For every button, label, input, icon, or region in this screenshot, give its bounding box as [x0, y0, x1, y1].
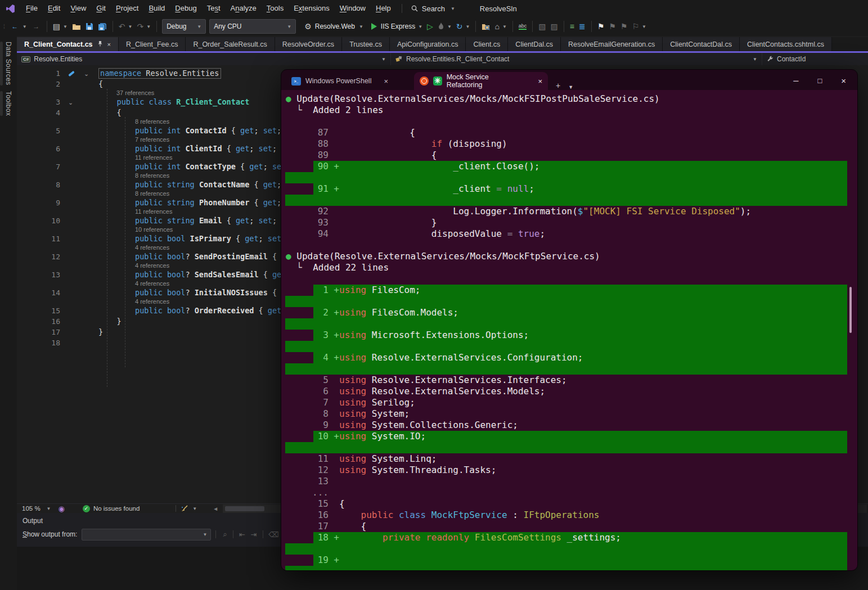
fold-chevron-icon[interactable]: ⌄	[68, 100, 73, 105]
startup-project-button[interactable]: ⚙ Resolve.Web ▼	[302, 20, 366, 33]
editor-insights-icon[interactable]: ◉	[59, 505, 65, 513]
document-health-indicator[interactable]: ✓ No issues found	[83, 505, 140, 512]
menu-tools[interactable]: Tools	[262, 0, 289, 17]
sidebar-tab-toolbox[interactable]: Toolbox	[5, 91, 12, 116]
terminal-tab-windows-powershell[interactable]: >_Windows PowerShell×	[286, 72, 414, 90]
doc-tab-clientcontacts-cshtml-cs[interactable]: ClientContacts.cshtml.cs	[740, 37, 832, 51]
clear-all-icon[interactable]: ⌫	[269, 530, 279, 539]
next-message-icon[interactable]: ⇥	[251, 530, 257, 539]
doc-tab-r_client_fee-cs[interactable]: R_Client_Fee.cs	[119, 37, 186, 51]
terminal-content[interactable]: ● Update(Resolve.ExternalServices/Mocks/…	[281, 90, 857, 570]
edit-suggestion-icon[interactable]	[68, 70, 75, 76]
indent-lines-button[interactable]: ≣	[577, 20, 588, 33]
claude-icon: ✳	[433, 76, 442, 85]
menu-file[interactable]: File	[21, 0, 43, 17]
toolbar-drag-handle[interactable]: ⁞	[3, 24, 6, 30]
terminal-row: 12 using System.Threading.Tasks;	[281, 465, 857, 476]
tab-dropdown-button[interactable]: ▼	[568, 84, 573, 90]
terminal-title-bar[interactable]: >_Windows PowerShell×✳Mock Service Refac…	[281, 70, 857, 90]
toggle-bookmark-button[interactable]: ⚑	[595, 20, 607, 33]
doc-tab-resolveorder-cs[interactable]: ResolveOrder.cs	[275, 37, 342, 51]
menu-help[interactable]: Help	[371, 0, 396, 17]
next-bookmark-button[interactable]: ⚑	[618, 20, 630, 33]
close-terminal-tab-icon[interactable]: ×	[384, 77, 388, 85]
line-number: 18	[17, 339, 60, 347]
doc-tab-apiconfiguration-cs[interactable]: ApiConfiguration.cs	[390, 37, 466, 51]
solution-explorer-button[interactable]: ⌂▼	[492, 20, 509, 33]
solution-configuration-select[interactable]: Debug▼	[162, 19, 206, 34]
start-debug-button[interactable]: IIS Express ▼	[369, 20, 425, 33]
undo-button[interactable]: ↶▼	[116, 20, 135, 33]
menu-build[interactable]: Build	[143, 0, 170, 17]
menu-analyze[interactable]: Analyze	[226, 0, 262, 17]
redo-button[interactable]: ↷▼	[135, 20, 154, 33]
breadcrumb-type-caret-icon[interactable]: ▼	[753, 57, 757, 62]
menu-extensions[interactable]: Extensions	[289, 0, 335, 17]
menu-divider	[402, 4, 402, 13]
menu-git[interactable]: Git	[91, 0, 111, 17]
terminal-row: 10+using System.IO;	[281, 431, 857, 442]
select-to-caret-button[interactable]: ▧	[536, 20, 548, 33]
sidebar-tab-data-sources[interactable]: Data Sources	[5, 42, 12, 85]
minimize-button[interactable]: ─	[793, 76, 798, 85]
spell-check-button[interactable]: abc	[516, 20, 529, 33]
breadcrumb-project-caret-icon[interactable]: ▼	[381, 57, 386, 62]
new-project-button[interactable]: ▤▼	[51, 20, 70, 33]
doc-tab-label: ClientDal.cs	[515, 40, 553, 48]
save-button[interactable]	[83, 20, 96, 33]
restart-button[interactable]: ↻▼	[454, 20, 473, 33]
new-tab-button[interactable]: +	[556, 81, 560, 90]
hot-reload-button[interactable]: ▼	[435, 20, 454, 33]
terminal-scrollbar-thumb[interactable]	[849, 287, 852, 333]
block-select-button[interactable]: ▨	[548, 20, 560, 33]
pin-tab-icon[interactable]	[97, 40, 103, 48]
menu-test[interactable]: Test	[202, 0, 226, 17]
breadcrumb-member[interactable]: ContactId	[762, 53, 868, 65]
bookmark-window-button[interactable]: ⚐▼	[629, 20, 648, 33]
doc-tab-r_client_contact-cs[interactable]: R_Client_Contact.cs×	[17, 37, 119, 51]
save-all-button[interactable]	[96, 20, 109, 33]
find-in-files-icon	[482, 23, 490, 30]
menu-debug[interactable]: Debug	[170, 0, 201, 17]
menu-edit[interactable]: Edit	[43, 0, 65, 17]
previous-message-icon[interactable]: ⇤	[239, 530, 245, 539]
start-without-debug-button[interactable]: ▷	[425, 20, 435, 33]
terminal-tab-mock-service-refactoring[interactable]: ✳Mock Service Refactoring×	[414, 72, 548, 90]
menu-project[interactable]: Project	[111, 0, 143, 17]
close-window-button[interactable]: ×	[841, 76, 846, 85]
scroll-left-arrow-icon[interactable]: ◄	[213, 506, 218, 512]
breadcrumb-type[interactable]: Resolve.Entities.R_Client_Contact ▼	[391, 53, 762, 65]
line-number: 4	[17, 109, 60, 117]
document-tab-bar: R_Client_Contact.cs×R_Client_Fee.csR_Ord…	[17, 37, 868, 51]
search-button[interactable]: Search ▼	[408, 4, 458, 13]
toggle-comment-button[interactable]: ≡	[568, 20, 577, 33]
breadcrumb-project[interactable]: C# Resolve.Entities ▼	[17, 53, 391, 65]
doc-tab-client-cs[interactable]: Client.cs	[466, 37, 508, 51]
open-file-button[interactable]	[70, 20, 83, 33]
previous-bookmark-button[interactable]: ⚑	[606, 20, 618, 33]
doc-tab-label: ResolveEmailGeneration.cs	[568, 40, 655, 48]
solution-platform-select[interactable]: Any CPU▼	[209, 19, 296, 34]
close-tab-icon[interactable]: ×	[107, 41, 111, 48]
doc-tab-r_order_saleresult-cs[interactable]: R_Order_SaleResult.cs	[186, 37, 275, 51]
fold-chevron-icon[interactable]: ⌄	[84, 71, 89, 76]
terminal-row	[281, 363, 857, 375]
navigate-forward-button[interactable]: →	[29, 20, 43, 33]
navigate-back-button[interactable]: ←▼	[8, 20, 29, 33]
zoom-level-select[interactable]: 105 % ▼	[19, 505, 54, 513]
find-in-files-button[interactable]	[479, 20, 492, 33]
doc-tab-clientcontactdal-cs[interactable]: ClientContactDal.cs	[663, 37, 740, 51]
doc-tab-trustee-cs[interactable]: Trustee.cs	[342, 37, 390, 51]
visual-studio-window: FileEditViewGitProjectBuildDebugTestAnal…	[0, 0, 868, 590]
doc-tab-resolveemailgeneration-cs[interactable]: ResolveEmailGeneration.cs	[561, 37, 663, 51]
doc-tab-clientdal-cs[interactable]: ClientDal.cs	[508, 37, 561, 51]
menu-view[interactable]: View	[65, 0, 91, 17]
code-cleanup-button[interactable]: ▼	[181, 505, 197, 512]
menu-window[interactable]: Window	[335, 0, 371, 17]
find-message-icon[interactable]: ⌕	[223, 530, 227, 539]
close-terminal-tab-icon[interactable]: ×	[538, 77, 542, 85]
maximize-button[interactable]: □	[817, 76, 822, 85]
output-source-select[interactable]: ▼	[82, 529, 211, 541]
terminal-row: 6 using Resolve.ExternalServices.Models;	[281, 386, 857, 397]
horizontal-scrollbar-thumb[interactable]	[225, 506, 264, 511]
